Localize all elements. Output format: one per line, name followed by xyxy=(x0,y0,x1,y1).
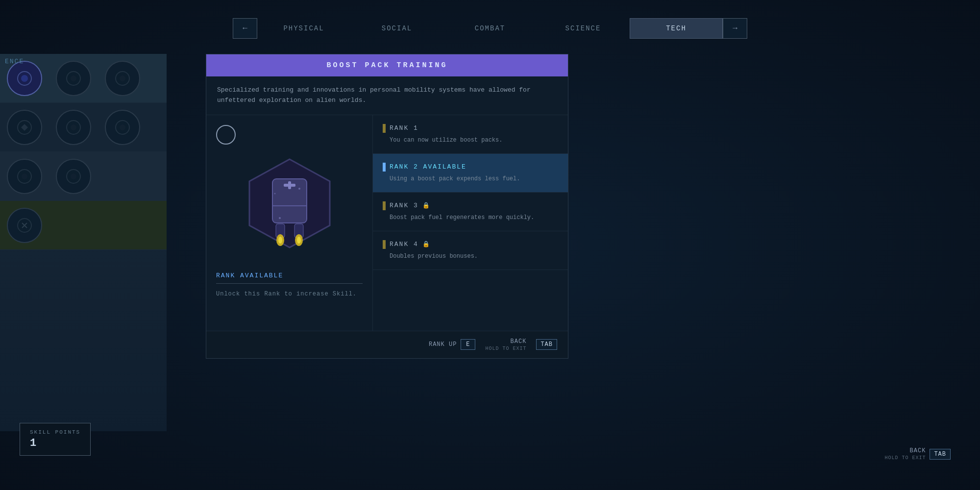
svg-point-12 xyxy=(22,173,27,179)
nav-prev-button[interactable]: ← xyxy=(233,18,257,39)
rank-3-bar xyxy=(383,201,386,210)
sidebar-skill-icon-1-1[interactable] xyxy=(56,110,91,145)
svg-point-8 xyxy=(71,124,76,130)
back-action: BACK HOLD TO EXIT xyxy=(485,338,526,351)
sidebar-skill-icon-2-1[interactable] xyxy=(56,159,91,194)
rank-3-desc: Boost pack fuel regenerates more quickly… xyxy=(383,213,558,222)
skill-circle xyxy=(216,125,236,145)
sidebar-skill-icon-1-2[interactable] xyxy=(105,110,140,145)
tab-social[interactable]: SOCIAL xyxy=(350,18,443,39)
rank-3-title: RANK 3 xyxy=(390,202,418,209)
svg-point-5 xyxy=(120,75,125,81)
panel-title: BOOST PACK TRAINING xyxy=(216,61,558,70)
unlock-text: Unlock this Rank to increase Skill. xyxy=(216,291,357,297)
main-panel: BOOST PACK TRAINING Specialized training… xyxy=(206,54,568,359)
rank-1-desc: You can now utilize boost packs. xyxy=(383,136,558,145)
rank-item-3[interactable]: RANK 3 🔒 Boost pack fuel regenerates mor… xyxy=(373,193,568,231)
tab-tech[interactable]: TECH xyxy=(630,18,723,39)
sidebar-skill-icon-0-0[interactable] xyxy=(7,61,42,96)
svg-point-10 xyxy=(120,124,125,130)
rank-1-header: RANK 1 xyxy=(383,124,558,133)
bottom-back-label: BACK xyxy=(910,447,926,454)
svg-point-14 xyxy=(71,173,76,179)
panel-header: BOOST PACK TRAINING xyxy=(206,54,568,76)
skill-display: RANK AVAILABLE Unlock this Rank to incre… xyxy=(206,115,373,331)
tab-physical[interactable]: PHYSICAL xyxy=(257,18,350,39)
rank-item-2[interactable]: RANK 2 AVAILABLE Using a boost pack expe… xyxy=(373,154,568,193)
sidebar-skill-icon-1-0[interactable] xyxy=(7,110,42,145)
svg-point-1 xyxy=(21,75,28,82)
rank-available-label: RANK AVAILABLE xyxy=(216,272,283,279)
boost-pack-badge xyxy=(241,154,339,252)
sidebar-skill-icon-0-1[interactable] xyxy=(56,61,91,96)
skill-points-box: SKILL POINTS 1 xyxy=(20,423,91,456)
back-label: BACK xyxy=(511,338,527,345)
rank-item-4[interactable]: RANK 4 🔒 Doubles previous bonuses. xyxy=(373,231,568,270)
svg-point-3 xyxy=(71,75,76,81)
rank-2-title: RANK 2 AVAILABLE xyxy=(390,163,466,171)
rank-2-desc: Using a boost pack expends less fuel. xyxy=(383,174,558,183)
rank-4-title: RANK 4 xyxy=(390,241,418,248)
sidebar-partial-label: ENCE xyxy=(5,58,24,65)
svg-point-27 xyxy=(279,217,281,219)
skill-points-label: SKILL POINTS xyxy=(30,429,80,435)
panel-description: Specialized training and innovations in … xyxy=(206,76,568,115)
back-key[interactable]: TAB xyxy=(536,339,557,350)
rank-4-bar xyxy=(383,240,386,249)
rank-up-label: RANK UP xyxy=(429,341,457,348)
sidebar-row-0 xyxy=(0,54,167,103)
rank-up-key[interactable]: E xyxy=(461,339,475,350)
rank-up-action: RANK UP E xyxy=(429,339,475,350)
nav-bar: ← PHYSICAL SOCIAL COMBAT SCIENCE TECH → xyxy=(0,15,980,42)
rank-1-title: RANK 1 xyxy=(390,124,418,132)
sidebar: ENCE xyxy=(0,54,167,431)
svg-point-28 xyxy=(298,188,300,190)
back-sub-label: HOLD TO EXIT xyxy=(485,346,526,351)
rank-divider xyxy=(216,283,363,284)
rank-2-bar xyxy=(383,163,386,172)
bottom-right-back: BACK HOLD TO EXIT TAB xyxy=(884,447,951,461)
bottom-back-text: BACK HOLD TO EXIT xyxy=(884,447,926,461)
skill-points-value: 1 xyxy=(30,437,80,449)
nav-next-button[interactable]: → xyxy=(723,18,747,39)
sidebar-skill-icon-2-0[interactable] xyxy=(7,159,42,194)
ranks-panel: RANK 1 You can now utilize boost packs. … xyxy=(373,115,568,331)
svg-point-25 xyxy=(278,237,282,244)
tab-combat[interactable]: COMBAT xyxy=(443,18,537,39)
rank-3-lock-icon: 🔒 xyxy=(422,202,430,209)
rank-3-header: RANK 3 🔒 xyxy=(383,201,558,210)
svg-rect-19 xyxy=(288,181,291,189)
rank-4-desc: Doubles previous bonuses. xyxy=(383,252,558,261)
panel-footer: RANK UP E BACK HOLD TO EXIT TAB xyxy=(206,331,568,358)
svg-point-26 xyxy=(297,237,301,244)
sidebar-skill-icon-0-2[interactable] xyxy=(105,61,140,96)
sidebar-row-1 xyxy=(0,103,167,152)
rank-4-lock-icon: 🔒 xyxy=(422,241,430,248)
tab-science[interactable]: SCIENCE xyxy=(537,18,630,39)
bottom-back-sub: HOLD TO EXIT xyxy=(884,455,926,461)
svg-point-29 xyxy=(274,193,275,194)
sidebar-row-3 xyxy=(0,201,167,250)
rank-4-header: RANK 4 🔒 xyxy=(383,240,558,249)
rank-1-bar xyxy=(383,124,386,133)
sidebar-skill-icon-3-0[interactable] xyxy=(7,208,42,243)
bottom-back-key[interactable]: TAB xyxy=(930,449,951,460)
panel-body: RANK AVAILABLE Unlock this Rank to incre… xyxy=(206,115,568,331)
rank-item-1[interactable]: RANK 1 You can now utilize boost packs. xyxy=(373,115,568,154)
rank-2-header: RANK 2 AVAILABLE xyxy=(383,163,558,172)
sidebar-row-2 xyxy=(0,152,167,201)
